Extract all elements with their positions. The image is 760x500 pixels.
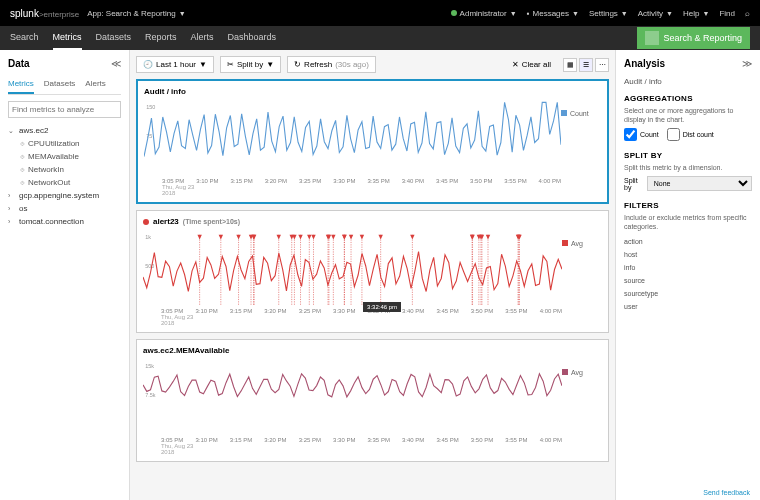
sidebar-tab-alerts[interactable]: Alerts	[85, 75, 105, 94]
svg-text:15k: 15k	[145, 363, 154, 369]
alert-dot-icon	[143, 219, 149, 225]
chart-title: Audit / info	[144, 87, 601, 96]
metrics-search-input[interactable]	[8, 101, 121, 118]
charts-toolbar: 🕘 Last 1 hour ▼ ✂ Split by ▼ ↻ Refresh (…	[136, 56, 609, 73]
agg-count-checkbox[interactable]: Count	[624, 128, 659, 141]
tree-item-child[interactable]: ⟐ CPUUtilization	[8, 137, 121, 150]
split-by-button[interactable]: ✂ Split by ▼	[220, 56, 281, 73]
chart-legend: Avg	[562, 230, 602, 306]
chart-svg: 1k500	[143, 230, 562, 306]
svg-text:75: 75	[146, 133, 152, 139]
analysis-title: Analysis	[624, 58, 665, 69]
admin-menu[interactable]: Administrator▼	[451, 9, 517, 18]
chart-legend: Count	[561, 100, 601, 176]
search-icon[interactable]: ⌕	[745, 9, 750, 18]
tree-item[interactable]: ⌄aws.ec2	[8, 124, 121, 137]
analysis-metric-path: Audit / info	[624, 77, 752, 86]
chart-tooltip: 3:32:46 pm	[363, 302, 401, 312]
view-list-icon[interactable]: ☰	[579, 58, 593, 72]
brand: splunk>enterprise	[10, 8, 79, 19]
svg-text:150: 150	[146, 104, 155, 110]
chart-title: alert23(Time spent>10s)	[143, 217, 602, 226]
app-brand[interactable]: Search & Reporting	[637, 27, 750, 49]
filter-sourcetype[interactable]: sourcetype	[624, 287, 752, 300]
aggregations-heading: AGGREGATIONS	[624, 94, 752, 103]
tree-item-child[interactable]: ⟐ NetworkIn	[8, 163, 121, 176]
data-sidebar: Data ≪ MetricsDatasetsAlerts ⌄aws.ec2⟐ C…	[0, 50, 130, 500]
nav-metrics[interactable]: Metrics	[53, 26, 82, 50]
tree-item[interactable]: ›os	[8, 202, 121, 215]
nav-alerts[interactable]: Alerts	[191, 26, 214, 50]
filter-user[interactable]: user	[624, 300, 752, 313]
tree-item[interactable]: ›tomcat.connection	[8, 215, 121, 228]
chart-legend: Avg	[562, 359, 602, 435]
refresh-button[interactable]: ↻ Refresh (30s ago)	[287, 56, 376, 73]
nav-datasets[interactable]: Datasets	[96, 26, 132, 50]
send-feedback-link[interactable]: Send feedback	[703, 489, 750, 496]
agg-distcount-checkbox[interactable]: Dist count	[667, 128, 714, 141]
view-grid-icon[interactable]: ▦	[563, 58, 577, 72]
collapse-sidebar-icon[interactable]: ≪	[111, 58, 121, 69]
nav-reports[interactable]: Reports	[145, 26, 177, 50]
charts-area: 🕘 Last 1 hour ▼ ✂ Split by ▼ ↻ Refresh (…	[130, 50, 615, 500]
messages-menu[interactable]: ▪ Messages▼	[527, 9, 579, 18]
splitby-select[interactable]: None	[647, 176, 752, 191]
sidebar-title: Data	[8, 58, 30, 69]
app-switcher[interactable]: App: Search & Reporting▼	[87, 9, 185, 18]
filter-host[interactable]: host	[624, 248, 752, 261]
splitby-heading: SPLIT BY	[624, 151, 752, 160]
app-navbar: SearchMetricsDatasetsReportsAlertsDashbo…	[0, 26, 760, 50]
sidebar-tab-metrics[interactable]: Metrics	[8, 75, 34, 94]
nav-search[interactable]: Search	[10, 26, 39, 50]
svg-text:1k: 1k	[145, 234, 151, 240]
clear-all-button[interactable]: ✕ Clear all	[506, 57, 557, 72]
filter-info[interactable]: info	[624, 261, 752, 274]
chart-svg: 15075	[144, 100, 561, 176]
help-menu[interactable]: Help▼	[683, 9, 709, 18]
nav-dashboards[interactable]: Dashboards	[228, 26, 277, 50]
filters-heading: FILTERS	[624, 201, 752, 210]
collapse-analysis-icon[interactable]: ≫	[742, 58, 752, 69]
chart-title: aws.ec2.MEMAvailable	[143, 346, 602, 355]
filter-source[interactable]: source	[624, 274, 752, 287]
chart-card[interactable]: Audit / info15075Count3:05 PM3:10 PM3:15…	[136, 79, 609, 204]
settings-menu[interactable]: Settings▼	[589, 9, 628, 18]
time-range-picker[interactable]: 🕘 Last 1 hour ▼	[136, 56, 214, 73]
chart-svg: 15k7.5k	[143, 359, 562, 435]
filter-action[interactable]: action	[624, 235, 752, 248]
svg-text:7.5k: 7.5k	[145, 392, 156, 398]
tree-item-child[interactable]: ⟐ MEMAvailable	[8, 150, 121, 163]
sidebar-tab-datasets[interactable]: Datasets	[44, 75, 76, 94]
global-topbar: splunk>enterprise App: Search & Reportin…	[0, 0, 760, 26]
chart-card[interactable]: aws.ec2.MEMAvailable15k7.5kAvg3:05 PM3:1…	[136, 339, 609, 462]
find-button[interactable]: Find	[719, 9, 735, 18]
svg-text:500: 500	[145, 263, 154, 269]
tree-item-child[interactable]: ⟐ NetworkOut	[8, 176, 121, 189]
status-dot-icon	[451, 10, 457, 16]
app-brand-icon	[645, 31, 659, 45]
chart-card[interactable]: alert23(Time spent>10s)1k500Avg3:05 PM3:…	[136, 210, 609, 333]
view-more-icon[interactable]: ⋯	[595, 58, 609, 72]
tree-item[interactable]: ›gcp.appengine.system	[8, 189, 121, 202]
activity-menu[interactable]: Activity▼	[638, 9, 673, 18]
analysis-panel: Analysis ≫ Audit / info AGGREGATIONS Sel…	[615, 50, 760, 500]
